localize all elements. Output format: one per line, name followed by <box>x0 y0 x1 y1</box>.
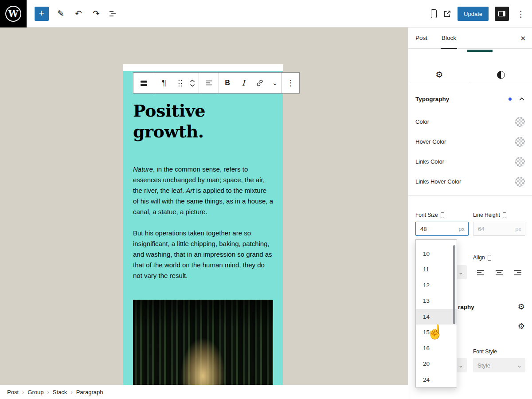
paragraph-block-1[interactable]: Nature, in the common sense, refers to e… <box>133 164 273 217</box>
topbar-right-tools: Update ⋮ <box>431 0 527 27</box>
font-size-option[interactable]: 24 <box>416 372 457 388</box>
color-row-text[interactable]: Color <box>408 112 532 132</box>
toolbar-options-group: ⋮ <box>282 73 299 93</box>
color-row-links[interactable]: Links Color <box>408 152 532 172</box>
font-size-option[interactable]: 15 <box>416 325 457 340</box>
breadcrumb-post[interactable]: Post <box>7 389 19 395</box>
tab-post[interactable]: Post <box>408 27 434 49</box>
responsive-icon <box>441 212 444 218</box>
color-swatch <box>515 177 525 187</box>
align-buttons <box>473 265 525 280</box>
scrolled-content-remnant <box>467 50 493 52</box>
line-height-unit: px <box>515 226 521 232</box>
preview-device-button[interactable] <box>431 9 437 18</box>
color-row-hover[interactable]: Hover Color <box>408 132 532 152</box>
bold-button[interactable]: B <box>219 73 236 93</box>
line-height-label: Line Height <box>473 212 506 218</box>
more-formats-button[interactable]: ⌄ <box>269 73 281 93</box>
image-block-forest[interactable] <box>133 300 273 385</box>
chevron-up-icon <box>519 97 525 101</box>
font-style-label-text: Font Style <box>473 348 497 355</box>
breadcrumb-separator: › <box>70 389 72 395</box>
editor-top-bar: W + ✎ ↶ ↷ Update ⋮ <box>0 0 532 27</box>
align-left-button[interactable] <box>473 266 488 280</box>
color-row-links-hover[interactable]: Links Hover Color <box>408 172 532 192</box>
breadcrumb-separator: › <box>22 389 24 395</box>
gear-icon: ⚙ <box>435 70 443 80</box>
font-size-option[interactable]: 13 <box>416 293 457 309</box>
align-center-button[interactable] <box>492 266 507 280</box>
align-left-icon <box>205 79 213 87</box>
font-style-select[interactable]: Style ⌄ <box>473 358 525 372</box>
font-size-label: Font Size <box>415 212 444 218</box>
color-row-label: Links Hover Color <box>415 178 461 185</box>
text-align-button[interactable] <box>199 73 219 93</box>
block-mover[interactable] <box>186 73 199 93</box>
align-right-button[interactable] <box>510 266 525 280</box>
options-menu-button[interactable]: ⋮ <box>515 9 527 19</box>
font-size-option[interactable]: 11 <box>416 262 457 278</box>
list-view-icon <box>108 9 117 18</box>
paragraph-block-type-button[interactable]: ¶ <box>154 73 174 93</box>
redo-button[interactable]: ↷ <box>90 8 102 19</box>
toolbar-format-group: B I ⌄ <box>219 73 282 93</box>
list-view-button[interactable] <box>108 9 120 18</box>
partial-typography-title: raphy <box>458 304 474 310</box>
update-button[interactable]: Update <box>458 7 489 21</box>
font-size-option[interactable]: 12 <box>416 278 457 293</box>
paragraph-block-2[interactable]: But his operations taken together are so… <box>133 228 273 281</box>
modified-indicator-dot <box>509 98 512 101</box>
edit-tool-button[interactable]: ✎ <box>55 8 66 19</box>
toolbar-block-group: ¶ <box>154 73 199 93</box>
align-label: Align <box>473 254 491 261</box>
view-post-button[interactable] <box>443 10 451 18</box>
tab-block[interactable]: Block <box>434 27 463 49</box>
chevron-down-icon: ⌄ <box>458 362 463 369</box>
align-center-icon <box>495 269 503 276</box>
font-size-option-partial[interactable]: 9 <box>416 239 457 246</box>
color-swatch <box>515 117 525 127</box>
font-size-option[interactable]: 16 <box>416 340 457 356</box>
drag-handle[interactable] <box>174 73 186 93</box>
font-size-dropdown: 9 10 11 12 13 14 15 16 20 24 <box>415 239 457 387</box>
breadcrumb-group[interactable]: Group <box>27 389 43 395</box>
font-size-option[interactable]: 20 <box>416 356 457 372</box>
settings-sidebar-toggle[interactable] <box>495 7 509 21</box>
dropdown-scrollbar-thumb[interactable] <box>453 245 455 324</box>
block-options-button[interactable]: ⋮ <box>282 73 299 93</box>
chevron-down-icon: ⌄ <box>458 269 463 276</box>
tab-settings[interactable]: ⚙ <box>408 66 470 84</box>
contrast-icon <box>497 71 505 79</box>
font-size-option-highlighted[interactable]: 14 <box>416 309 457 325</box>
typography-options-button[interactable]: ⚙ <box>518 302 525 312</box>
editor-canvas: Positive growth. Nature, in the common s… <box>0 27 408 385</box>
font-size-input-wrap: px <box>415 222 469 236</box>
sidebar-header: Post Block ✕ <box>408 27 532 49</box>
typography-panel-toggle[interactable]: Typography <box>408 90 532 108</box>
italic-button[interactable]: I <box>236 73 251 93</box>
link-button[interactable] <box>251 73 269 93</box>
block-inserter-button[interactable]: + <box>35 7 49 21</box>
font-size-input[interactable] <box>416 226 447 232</box>
color-swatch <box>515 137 525 147</box>
panel-options-button[interactable]: ⚙ <box>518 321 525 331</box>
line-height-input[interactable] <box>473 226 503 232</box>
font-size-label-text: Font Size <box>415 212 438 218</box>
undo-button[interactable]: ↶ <box>73 8 84 19</box>
font-style-label: Font Style <box>473 348 497 355</box>
breadcrumb-paragraph[interactable]: Paragraph <box>76 389 103 395</box>
post-page: Positive growth. Nature, in the common s… <box>123 64 283 385</box>
italic-text: Art <box>186 187 194 194</box>
select-parent-stack-button[interactable] <box>133 73 154 93</box>
breadcrumb-stack[interactable]: Stack <box>53 389 67 395</box>
responsive-icon <box>503 212 506 218</box>
color-row-label: Hover Color <box>415 138 446 145</box>
font-size-option[interactable]: 10 <box>416 246 457 262</box>
close-sidebar-button[interactable]: ✕ <box>520 35 526 43</box>
line-height-label-text: Line Height <box>473 212 500 218</box>
breadcrumb-separator: › <box>47 389 49 395</box>
align-left-icon <box>477 269 485 276</box>
wordpress-logo-button[interactable]: W <box>0 0 27 27</box>
group-block[interactable]: Positive growth. Nature, in the common s… <box>123 71 283 385</box>
tab-styles[interactable] <box>470 66 532 84</box>
